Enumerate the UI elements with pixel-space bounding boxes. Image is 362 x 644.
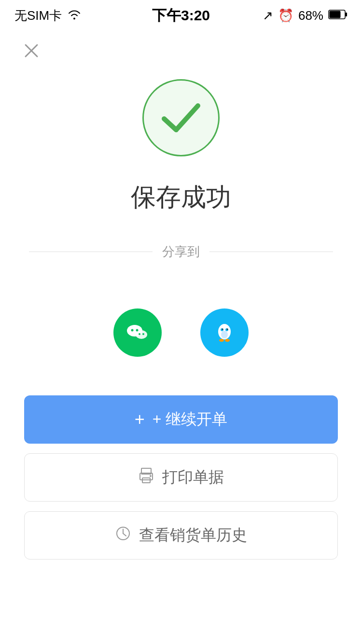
print-button[interactable]: 打印单据 <box>24 453 338 502</box>
close-button[interactable] <box>19 39 43 63</box>
qq-share-button[interactable] <box>200 308 249 357</box>
svg-point-18 <box>225 339 230 342</box>
svg-rect-2 <box>330 11 341 18</box>
alarm-icon: ⏰ <box>278 8 293 23</box>
main-content: 保存成功 分享到 <box>0 31 362 560</box>
location-icon: ↗ <box>263 8 273 23</box>
carrier-text: 无SIM卡 <box>14 7 62 24</box>
status-right: ↗ ⏰ 68% <box>263 8 348 23</box>
svg-point-15 <box>227 329 228 330</box>
status-bar: 无SIM卡 下午3:20 ↗ ⏰ 68% <box>0 0 362 31</box>
svg-point-19 <box>221 331 228 338</box>
svg-point-8 <box>136 329 139 332</box>
svg-point-9 <box>139 333 140 335</box>
continue-button[interactable]: + + 继续开单 <box>24 395 338 444</box>
status-time: 下午3:20 <box>152 6 210 26</box>
battery-text: 68% <box>298 8 323 23</box>
buttons-container: + + 继续开单 打印单据 <box>0 395 362 560</box>
svg-point-14 <box>222 329 223 330</box>
wifi-icon <box>68 8 81 23</box>
printer-icon <box>138 467 154 488</box>
svg-point-23 <box>150 475 152 477</box>
history-button[interactable]: 查看销货单历史 <box>24 511 338 560</box>
success-title: 保存成功 <box>131 181 231 214</box>
svg-point-7 <box>131 329 134 332</box>
continue-label: + 继续开单 <box>153 409 228 430</box>
share-divider: 分享到 <box>0 243 362 260</box>
svg-point-10 <box>142 333 144 335</box>
plus-icon: + <box>135 409 145 430</box>
svg-rect-1 <box>345 13 347 16</box>
svg-point-6 <box>136 330 147 339</box>
history-label: 查看销货单历史 <box>139 525 247 546</box>
battery-icon <box>328 8 348 23</box>
success-icon-circle <box>142 79 220 156</box>
wechat-share-button[interactable] <box>113 308 162 357</box>
svg-point-17 <box>219 339 224 342</box>
share-label: 分享到 <box>153 243 209 260</box>
share-section: 分享到 <box>0 243 362 260</box>
svg-line-26 <box>123 533 126 536</box>
clock-icon <box>115 525 131 546</box>
print-label: 打印单据 <box>162 467 224 488</box>
status-left: 无SIM卡 <box>14 7 81 24</box>
share-icons-row <box>113 308 249 357</box>
